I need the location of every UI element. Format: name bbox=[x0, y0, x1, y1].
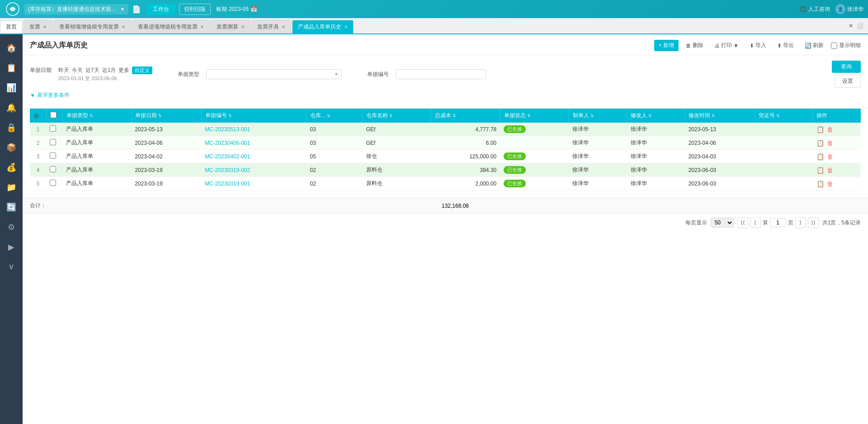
delete-icon[interactable]: 🗑 bbox=[827, 126, 833, 133]
sort-icon[interactable]: ⇅ bbox=[712, 114, 715, 118]
expand-more-btn[interactable]: ▼ 展开更多条件 bbox=[30, 91, 70, 99]
export-button[interactable]: ⬆ 导出 bbox=[774, 40, 797, 51]
tab-home[interactable]: 首页 bbox=[0, 20, 23, 33]
refresh-icon: 🔄 bbox=[805, 43, 811, 49]
calendar-icon[interactable]: 📅 bbox=[250, 6, 257, 12]
close-icon[interactable]: ✕ bbox=[200, 24, 204, 29]
page-number-input[interactable] bbox=[770, 218, 786, 227]
document-icon[interactable]: 📄 bbox=[132, 5, 141, 14]
sidebar-item-security[interactable]: 🔒 bbox=[2, 119, 20, 137]
import-button[interactable]: ⬇ 导入 bbox=[746, 40, 770, 51]
sort-icon[interactable]: ⇅ bbox=[648, 114, 652, 118]
maximize-icon[interactable]: ⬜ bbox=[857, 23, 863, 29]
close-icon[interactable]: ✕ bbox=[43, 24, 47, 29]
last-page-btn[interactable]: ⟩⟩ bbox=[808, 217, 819, 228]
row-checkbox[interactable] bbox=[50, 166, 56, 172]
edit-icon[interactable]: 📋 bbox=[816, 153, 824, 160]
sort-icon[interactable]: ⇅ bbox=[228, 114, 232, 118]
close-icon[interactable]: ✕ bbox=[241, 24, 245, 29]
delete-icon[interactable]: 🗑 bbox=[827, 180, 833, 187]
row-total-cost: 384.30 bbox=[431, 163, 500, 177]
sidebar-item-notifications[interactable]: 🔔 bbox=[2, 99, 20, 117]
close-all-icon[interactable]: ✕ bbox=[849, 23, 853, 29]
sort-icon[interactable]: ⇅ bbox=[527, 114, 531, 118]
sidebar-item-version[interactable]: V bbox=[2, 258, 20, 276]
user-menu[interactable]: 👤 徐泽华 bbox=[835, 4, 863, 14]
sort-icon[interactable]: ⇅ bbox=[327, 114, 330, 118]
tab-sales-invoice[interactable]: 查看销项增值税专用发票 ✕ bbox=[53, 20, 131, 33]
column-settings-button[interactable]: ⚙ bbox=[33, 112, 39, 119]
new-button[interactable]: + 新增 bbox=[654, 40, 679, 51]
company-selector[interactable]: (库存核算）直播轻拢通信息技术股份... ▼ bbox=[24, 4, 128, 14]
edit-icon[interactable]: 📋 bbox=[816, 167, 824, 174]
reset-button[interactable]: 设置 bbox=[835, 75, 861, 88]
close-icon[interactable]: ✕ bbox=[344, 24, 348, 29]
edit-icon[interactable]: 📋 bbox=[816, 139, 824, 147]
workbench-button[interactable]: 工作台 bbox=[146, 4, 175, 15]
last7days-btn[interactable]: 近7天 bbox=[85, 67, 99, 74]
show-detail-toggle[interactable]: 显示明细 bbox=[831, 42, 861, 49]
user-service-button[interactable]: 🎧 人工咨询 bbox=[800, 5, 830, 13]
first-page-btn[interactable]: ⟨⟨ bbox=[737, 217, 748, 228]
edit-icon[interactable]: 📋 bbox=[816, 126, 824, 133]
sidebar-item-home[interactable]: 🏠 bbox=[2, 39, 20, 57]
sidebar-item-inventory[interactable]: 📦 bbox=[2, 138, 20, 157]
sidebar-item-play[interactable]: ▶ bbox=[2, 238, 20, 256]
sort-icon[interactable]: ⇅ bbox=[158, 114, 162, 118]
delete-icon[interactable]: 🗑 bbox=[827, 167, 833, 174]
tab-invoice[interactable]: 发票 ✕ bbox=[24, 20, 52, 33]
delete-icon[interactable]: 🗑 bbox=[827, 139, 833, 147]
delete-icon[interactable]: 🗑 bbox=[827, 153, 833, 160]
document-link[interactable]: MC-20230406-001 bbox=[205, 140, 250, 146]
query-button[interactable]: 查询 bbox=[832, 61, 861, 73]
row-checkbox[interactable] bbox=[50, 139, 56, 145]
delete-button[interactable]: 🗑 删除 bbox=[682, 40, 707, 51]
today-btn[interactable]: 今天 bbox=[72, 67, 83, 74]
next-page-btn[interactable]: ⟩ bbox=[795, 217, 806, 228]
sort-icon[interactable]: ⇅ bbox=[590, 114, 594, 118]
prev-page-btn[interactable]: ⟨ bbox=[750, 217, 761, 228]
yesterday-btn[interactable]: 昨天 bbox=[58, 67, 69, 74]
close-icon[interactable]: ✕ bbox=[282, 24, 285, 29]
more-btn[interactable]: 更多 bbox=[118, 67, 129, 74]
select-all-checkbox[interactable] bbox=[50, 112, 57, 118]
per-page-select[interactable]: 50 100 200 bbox=[711, 218, 734, 228]
sidebar-item-workflow[interactable]: 🔄 bbox=[2, 198, 20, 216]
row-checkbox[interactable] bbox=[50, 152, 56, 159]
row-checkbox[interactable] bbox=[50, 180, 56, 186]
document-link[interactable]: MC-20230319-002 bbox=[205, 167, 250, 173]
tab-product-inbound[interactable]: 产成品入库单历史 ✕ bbox=[292, 20, 354, 33]
close-icon[interactable]: ✕ bbox=[122, 24, 125, 29]
tab-invoice-open[interactable]: 发票开具 ✕ bbox=[251, 20, 291, 33]
tab-invoice-calc[interactable]: 发票测算 ✕ bbox=[211, 20, 250, 33]
sidebar-item-settings[interactable]: ⚙ bbox=[2, 218, 20, 236]
sidebar-item-files[interactable]: 📁 bbox=[2, 178, 20, 196]
number-input[interactable] bbox=[396, 69, 486, 79]
custom-tag[interactable]: 自定义 bbox=[132, 67, 152, 74]
sort-icon[interactable]: ⇅ bbox=[90, 114, 93, 118]
document-link[interactable]: MC-20230513-001 bbox=[205, 126, 250, 133]
sidebar-item-finance[interactable]: 💰 bbox=[2, 158, 20, 176]
sidebar-item-analytics[interactable]: 📊 bbox=[2, 79, 20, 97]
table-body: 1 产品入库单 2023-05-13 MC-20230513-001 03 GE… bbox=[30, 123, 861, 191]
row-modify-time: 2023-06-03 bbox=[685, 163, 755, 177]
last1month-btn[interactable]: 近1月 bbox=[102, 67, 116, 74]
tab-purchase-invoice[interactable]: 查看进项增值税专用发票 ✕ bbox=[132, 20, 210, 33]
refresh-button[interactable]: 🔄 刷新 bbox=[801, 40, 827, 51]
document-link[interactable]: MC-20230402-001 bbox=[205, 153, 250, 160]
sort-icon[interactable]: ⇅ bbox=[453, 114, 456, 118]
sort-icon[interactable]: ⇅ bbox=[776, 114, 780, 118]
document-link[interactable]: MC-20230319-001 bbox=[205, 181, 250, 187]
switch-version-button[interactable]: 切到旧版 bbox=[179, 4, 211, 15]
period-label: 账期 2023-05 📅 bbox=[216, 5, 257, 13]
row-checkbox[interactable] bbox=[50, 125, 56, 132]
col-warehouse-code: 仓库...⇅ bbox=[307, 109, 363, 123]
sort-icon[interactable]: ⇅ bbox=[389, 114, 393, 118]
type-select[interactable] bbox=[206, 69, 342, 79]
print-button[interactable]: 🖨 打印 ▼ bbox=[711, 40, 742, 51]
print-dropdown-icon[interactable]: ▼ bbox=[733, 43, 739, 49]
edit-icon[interactable]: 📋 bbox=[816, 180, 824, 187]
sidebar-item-documents[interactable]: 📋 bbox=[2, 59, 20, 77]
row-number: 4 bbox=[30, 163, 46, 177]
show-detail-checkbox[interactable] bbox=[831, 43, 837, 49]
